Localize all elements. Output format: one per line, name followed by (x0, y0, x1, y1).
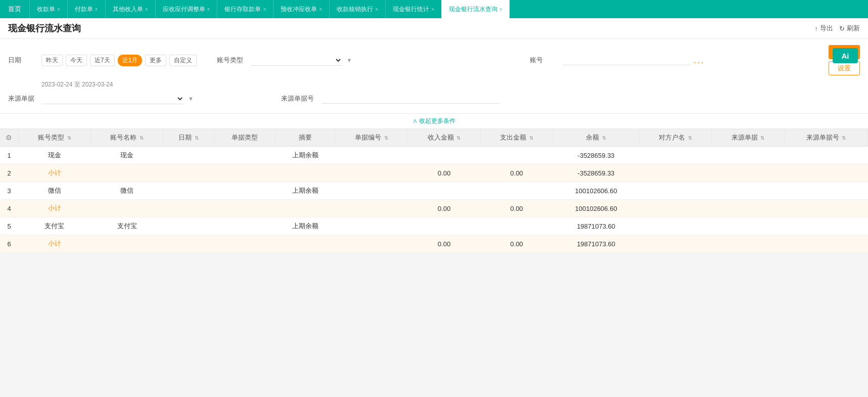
close-icon-7[interactable]: × (431, 7, 434, 12)
table-cell (275, 235, 335, 253)
close-icon-3[interactable]: × (207, 7, 210, 12)
col-counterparty[interactable]: 对方户名 ⇅ (639, 129, 712, 147)
table-cell (408, 182, 480, 200)
collapse-label: 收起更多条件 (419, 117, 455, 124)
table-cell (480, 147, 553, 164)
date-range-display: 2023-02-24 至 2023-03-24 (41, 81, 113, 88)
col-account-name[interactable]: 账号名称 ⇅ (90, 129, 163, 147)
account-input[interactable] (563, 55, 690, 65)
col-summary-label: 摘要 (299, 134, 312, 141)
filter-area: 日期 昨天 今天 近7天 近1月 更多 自定义 账号类型 ▼ 账号 ... 查询… (0, 39, 868, 114)
date-btn-7days[interactable]: 近7天 (90, 55, 115, 66)
col-source-doc-label: 来源单据 (732, 134, 758, 141)
source-doc-select[interactable] (42, 93, 184, 104)
table-cell (335, 147, 407, 164)
col-date[interactable]: 日期 ⇅ (163, 129, 214, 147)
table-row: 5支付宝支付宝上期余额19871073.60 (0, 217, 868, 235)
date-btn-today[interactable]: 今天 (66, 55, 87, 66)
filter-row-1: 日期 昨天 今天 近7天 近1月 更多 自定义 账号类型 ▼ 账号 ... 查询… (8, 45, 860, 75)
col-account-type[interactable]: 账号类型 ⇅ (18, 129, 90, 147)
col-account-name-label: 账号名称 (110, 134, 136, 141)
table-cell: 3 (0, 182, 18, 200)
table-cell: 0.00 (480, 235, 553, 253)
nav-tab-5[interactable]: 预收冲应收单 × (273, 0, 329, 18)
table-cell (712, 147, 784, 164)
col-income[interactable]: 收入金额 ⇅ (408, 129, 480, 147)
date-buttons: 昨天 今天 近7天 近1月 更多 自定义 (41, 55, 197, 66)
date-btn-more[interactable]: 更多 (145, 55, 166, 66)
date-btn-custom[interactable]: 自定义 (169, 55, 197, 66)
refresh-icon: ↻ (839, 25, 845, 32)
close-icon-4[interactable]: × (263, 7, 266, 12)
nav-tab-label-1: 付款单 (75, 5, 93, 14)
table-cell (712, 182, 784, 200)
nav-tab-8[interactable]: 现金银行流水查询 × (441, 0, 510, 18)
table-cell (335, 235, 407, 253)
table-cell: 小计 (18, 235, 90, 253)
close-icon-6[interactable]: × (375, 7, 378, 12)
nav-tab-1[interactable]: 付款单 × (67, 0, 105, 18)
table-header-row: ⚙ 账号类型 ⇅ 账号名称 ⇅ 日期 ⇅ 单据类型 摘要 (0, 129, 868, 147)
col-balance-label: 余额 (586, 134, 599, 141)
page-title: 现金银行流水查询 (8, 22, 81, 34)
nav-tab-0[interactable]: 收款单 × (29, 0, 67, 18)
close-icon-8[interactable]: × (499, 7, 502, 12)
account-type-dropdown-icon: ▼ (346, 57, 352, 63)
table-cell (639, 200, 712, 217)
col-expense[interactable]: 支出金额 ⇅ (480, 129, 553, 147)
table-cell (712, 217, 784, 235)
nav-tab-7[interactable]: 现金银行统计 × (385, 0, 441, 18)
col-doc-no[interactable]: 单据编号 ⇅ (335, 129, 407, 147)
nav-tab-label-5: 预收冲应收单 (281, 5, 317, 14)
nav-home[interactable]: 首页 (0, 0, 29, 18)
nav-tab-2[interactable]: 其他收入单 × (105, 0, 155, 18)
table-cell (408, 217, 480, 235)
gear-settings-icon[interactable]: ⚙ (6, 134, 12, 142)
table-cell: 1 (0, 147, 18, 164)
nav-tab-4[interactable]: 银行存取款单 × (217, 0, 273, 18)
nav-tab-3[interactable]: 应收应付调整单 × (155, 0, 217, 18)
sort-icon-balance: ⇅ (602, 135, 606, 141)
export-icon: ↑ (815, 25, 818, 32)
table-row: 3微信微信上期余额100102606.60 (0, 182, 868, 200)
table-cell (275, 200, 335, 217)
export-button[interactable]: ↑ 导出 (815, 24, 834, 33)
table-cell: 上期余额 (275, 147, 335, 164)
collapse-bar[interactable]: ∧ 收起更多条件 (0, 114, 868, 129)
sort-icon-counterparty: ⇅ (688, 135, 692, 141)
nav-tab-6[interactable]: 收款核销执行 × (329, 0, 385, 18)
col-source-doc[interactable]: 来源单据 ⇅ (712, 129, 784, 147)
col-source-doc-no[interactable]: 来源单据号 ⇅ (784, 129, 867, 147)
table-cell (214, 235, 275, 253)
date-btn-yesterday[interactable]: 昨天 (41, 55, 63, 66)
refresh-button[interactable]: ↻ 刷新 (839, 24, 860, 33)
header-actions: ↑ 导出 ↻ 刷新 (815, 24, 860, 33)
col-balance[interactable]: 余额 ⇅ (553, 129, 639, 147)
settings-button[interactable]: 设置 (829, 61, 860, 75)
source-doc-num-input[interactable] (322, 94, 499, 104)
account-type-select[interactable] (251, 55, 342, 66)
col-doc-type-label: 单据类型 (232, 134, 258, 141)
sort-icon-source-doc-no: ⇅ (842, 135, 846, 141)
close-icon-2[interactable]: × (145, 7, 148, 12)
ai-badge[interactable]: Ai (833, 48, 858, 63)
table-cell (214, 200, 275, 217)
source-doc-num-field: 来源单据号 (281, 94, 860, 104)
account-label: 账号 (530, 56, 555, 65)
date-btn-1month[interactable]: 近1月 (118, 55, 143, 66)
nav-tab-label-0: 收款单 (37, 5, 55, 14)
table-cell (163, 182, 214, 200)
col-gear[interactable]: ⚙ (0, 129, 18, 147)
close-icon-0[interactable]: × (57, 7, 60, 12)
account-type-label: 账号类型 (217, 56, 243, 65)
sort-icon-source-doc: ⇅ (760, 135, 764, 141)
account-type-field: 账号类型 ▼ (217, 55, 510, 66)
close-icon-5[interactable]: × (319, 7, 322, 12)
table-cell: 上期余额 (275, 182, 335, 200)
close-icon-1[interactable]: × (95, 7, 98, 12)
col-income-label: 收入金额 (428, 134, 454, 141)
table-cell (163, 235, 214, 253)
table-cell (408, 147, 480, 164)
sort-icon-income: ⇅ (456, 135, 461, 141)
account-dots-button[interactable]: ... (694, 55, 704, 66)
